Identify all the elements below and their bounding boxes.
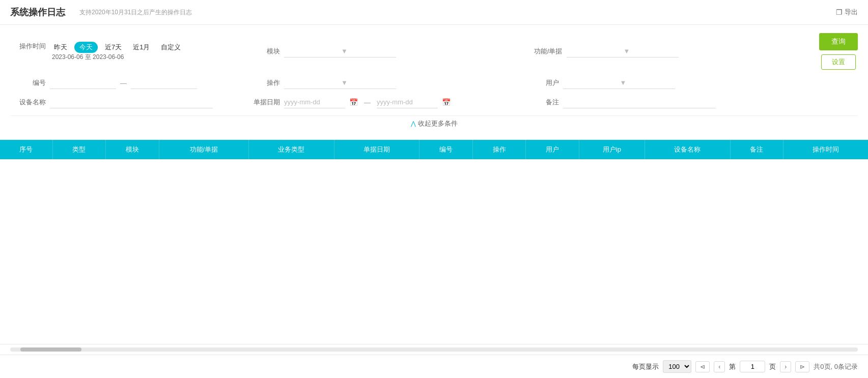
function-label: 功能/单据 <box>527 47 563 56</box>
operation-arrow-icon: ▼ <box>341 79 396 86</box>
col-module: 模块 <box>106 140 159 159</box>
per-page-select[interactable]: 100 50 200 <box>663 360 691 373</box>
collapse-label: 收起更多条件 <box>418 119 458 128</box>
pagination-bar: 每页显示 100 50 200 ⊲ ‹ 第 页 › ⊳ 共0页, 0条记录 <box>0 355 868 378</box>
number-start-input[interactable] <box>50 77 116 89</box>
export-label: 导出 <box>845 8 858 17</box>
time-btn-1month[interactable]: 近1月 <box>129 42 154 53</box>
filter-row-3: 设备名称 单据日期 📅 — 📅 备注 <box>10 96 858 108</box>
action-buttons: 查询 设置 <box>819 33 858 70</box>
table-container: 序号 类型 模块 功能/单据 业务类型 单据日期 编号 操作 用户 用户ip 设… <box>0 140 868 344</box>
time-range-display: 2023-06-06 至 2023-06-06 <box>52 53 185 62</box>
operation-select[interactable]: ▼ <box>284 77 396 89</box>
time-btn-7days[interactable]: 近7天 <box>101 42 126 53</box>
operation-label: 操作 <box>244 78 280 88</box>
col-op-time: 操作时间 <box>783 140 868 159</box>
calendar-start-icon[interactable]: 📅 <box>349 98 358 106</box>
remark-label: 备注 <box>523 98 559 107</box>
col-type: 类型 <box>52 140 105 159</box>
user-select[interactable]: ▼ <box>563 77 675 89</box>
time-btn-yesterday[interactable]: 昨天 <box>50 42 71 53</box>
number-end-input[interactable] <box>131 77 197 89</box>
function-select[interactable]: ▼ <box>567 45 679 57</box>
filter-row-1: 操作时间 昨天 今天 近7天 近1月 自定义 2023-06-06 至 2023… <box>10 33 858 70</box>
time-btn-today[interactable]: 今天 <box>74 42 98 53</box>
time-label: 操作时间 <box>10 42 46 51</box>
number-label: 编号 <box>10 78 46 88</box>
col-biz-type: 业务类型 <box>249 140 334 159</box>
voucher-date-label: 单据日期 <box>244 98 280 107</box>
data-table: 序号 类型 模块 功能/单据 业务类型 单据日期 编号 操作 用户 用户ip 设… <box>0 140 868 159</box>
col-voucher-date: 单据日期 <box>334 140 419 159</box>
page-subtitle: 支持2020年10月31日之后产生的操作日志 <box>79 8 192 17</box>
export-button[interactable]: ❐ 导出 <box>836 8 858 17</box>
voucher-date-start[interactable] <box>284 96 345 108</box>
page-number-input[interactable] <box>740 361 765 372</box>
page-label: 第 <box>729 362 736 371</box>
last-page-button[interactable]: ⊳ <box>795 361 809 372</box>
collapse-icon: ⋀ <box>411 120 416 127</box>
page-unit: 页 <box>769 362 776 371</box>
total-info: 共0页, 0条记录 <box>814 362 858 371</box>
col-remark: 备注 <box>730 140 783 159</box>
col-number: 编号 <box>419 140 472 159</box>
module-label: 模块 <box>244 47 280 56</box>
calendar-end-icon[interactable]: 📅 <box>442 98 451 106</box>
device-label: 设备名称 <box>10 98 46 107</box>
table-header: 序号 类型 模块 功能/单据 业务类型 单据日期 编号 操作 用户 用户ip 设… <box>0 140 868 159</box>
page-header: 系统操作日志 支持2020年10月31日之后产生的操作日志 ❐ 导出 <box>0 0 868 25</box>
time-btn-custom[interactable]: 自定义 <box>157 42 185 53</box>
collapse-button[interactable]: ⋀ 收起更多条件 <box>10 115 858 131</box>
col-device: 设备名称 <box>645 140 730 159</box>
col-function: 功能/单据 <box>159 140 248 159</box>
user-arrow-icon: ▼ <box>620 79 675 86</box>
time-filter-group: 昨天 今天 近7天 近1月 自定义 <box>50 42 185 53</box>
function-arrow-icon: ▼ <box>624 47 679 55</box>
module-arrow-icon: ▼ <box>341 47 396 55</box>
page-title: 系统操作日志 <box>10 6 65 18</box>
col-index: 序号 <box>0 140 52 159</box>
table-header-row: 序号 类型 模块 功能/单据 业务类型 单据日期 编号 操作 用户 用户ip 设… <box>0 140 868 159</box>
device-input[interactable] <box>50 96 213 108</box>
first-page-button[interactable]: ⊲ <box>695 361 710 372</box>
export-icon: ❐ <box>836 8 843 16</box>
empty-area <box>0 159 868 342</box>
filter-row-2: 编号 — 操作 ▼ 用户 ▼ <box>10 77 858 89</box>
col-user-ip: 用户ip <box>579 140 645 159</box>
module-select[interactable]: ▼ <box>284 45 396 57</box>
scrollbar-track[interactable] <box>10 347 858 352</box>
settings-button[interactable]: 设置 <box>821 54 856 70</box>
next-page-button[interactable]: › <box>780 361 791 372</box>
user-label: 用户 <box>523 78 559 88</box>
remark-input[interactable] <box>563 96 716 108</box>
number-dash: — <box>120 79 127 87</box>
scrollbar-area <box>0 344 868 355</box>
date-dash: — <box>364 99 371 106</box>
scrollbar-thumb[interactable] <box>20 347 81 352</box>
prev-page-button[interactable]: ‹ <box>714 361 725 372</box>
col-user: 用户 <box>526 140 579 159</box>
voucher-date-end[interactable] <box>377 96 438 108</box>
query-button[interactable]: 查询 <box>819 33 858 50</box>
page-container: 系统操作日志 支持2020年10月31日之后产生的操作日志 ❐ 导出 操作时间 … <box>0 0 868 378</box>
filter-area: 操作时间 昨天 今天 近7天 近1月 自定义 2023-06-06 至 2023… <box>0 25 868 140</box>
col-operation: 操作 <box>472 140 525 159</box>
per-page-label: 每页显示 <box>632 362 659 371</box>
